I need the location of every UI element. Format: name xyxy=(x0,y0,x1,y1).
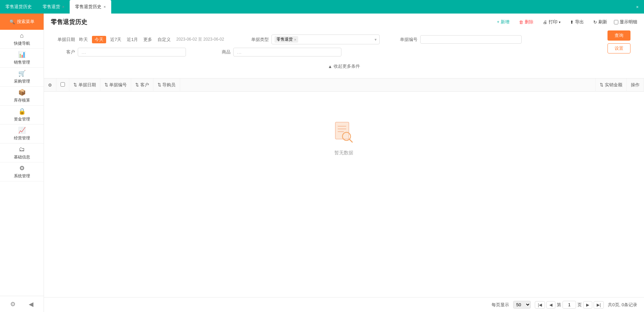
tab-return-history[interactable]: 零售退货历史 × xyxy=(70,0,111,14)
last-page-button[interactable]: ▶| xyxy=(594,301,604,309)
doc-type-tag-remove[interactable]: × xyxy=(294,38,296,42)
sidebar-item-label: 经营管理 xyxy=(14,135,30,141)
per-page-select[interactable]: 20 50 100 200 xyxy=(513,301,531,309)
th-guide[interactable]: ⇅ 导购员 xyxy=(153,79,180,92)
page-header: 零售退货历史 + 新增 🗑 删除 🖨 打印 ▾ ⬆ 导出 xyxy=(44,14,644,79)
export-label: 导出 xyxy=(575,19,584,25)
toolbar: + 新增 🗑 删除 🖨 打印 ▾ ⬆ 导出 ↻ xyxy=(494,18,637,26)
page-title-row: 零售退货历史 + 新增 🗑 删除 🖨 打印 ▾ ⬆ 导出 xyxy=(51,18,637,26)
doc-number-input[interactable] xyxy=(420,35,522,44)
show-detail-input[interactable] xyxy=(614,20,618,24)
collapse-button[interactable]: ▲ 收起更多条件 xyxy=(328,61,360,71)
print-chevron-icon: ▾ xyxy=(559,20,560,24)
tab-return-history-close[interactable]: × xyxy=(103,5,105,9)
date-option-yesterday[interactable]: 昨天 xyxy=(78,36,89,43)
top-bar: 零售退货历史 零售退货 × 零售退货历史 × × xyxy=(0,0,644,14)
table-area: ⚙ ⇅ 单据日期 ⇅ 单据编号 ⇅ 客户 xyxy=(44,79,644,297)
prev-page-button[interactable]: ◀ xyxy=(546,301,555,309)
quick-nav-icon: ⌂ xyxy=(20,32,24,39)
doc-number-label: 单据编号 xyxy=(393,37,420,43)
empty-area: 暂无数据 xyxy=(44,92,644,183)
inventory-icon: 📦 xyxy=(18,89,26,96)
tab-home[interactable]: 零售退货历史 xyxy=(0,0,37,14)
filter-row-2: 客户 ... 商品 ... xyxy=(51,48,637,57)
basic-info-icon: 🗂 xyxy=(19,146,25,153)
sidebar-item-label: 快捷导航 xyxy=(14,41,30,46)
sidebar-item-basic-info[interactable]: 🗂 基础信息 xyxy=(0,143,44,162)
add-button[interactable]: + 新增 xyxy=(494,18,512,26)
sidebar-item-purchase-mgmt[interactable]: 🛒 采购管理 xyxy=(0,68,44,87)
print-label: 打印 xyxy=(549,19,557,25)
sidebar-item-finance[interactable]: 🔒 资金管理 xyxy=(0,106,44,125)
th-date-label: ⇅ 单据日期 xyxy=(73,82,96,87)
th-settings[interactable]: ⚙ xyxy=(44,79,56,92)
th-date[interactable]: ⇅ 单据日期 xyxy=(69,79,100,92)
select-all-checkbox[interactable] xyxy=(61,82,65,87)
customer-filter-label: 客户 xyxy=(51,49,78,55)
sidebar-search-label: 搜索菜单 xyxy=(17,19,34,25)
print-button[interactable]: 🖨 打印 ▾ xyxy=(540,18,563,26)
refresh-icon: ↻ xyxy=(593,20,597,25)
total-records: 共0页, 0条记录 xyxy=(608,302,637,308)
collapse-sidebar-icon[interactable]: ◀ xyxy=(29,300,33,308)
th-action-label: 操作 xyxy=(631,82,640,87)
export-button[interactable]: ⬆ 导出 xyxy=(567,18,587,26)
customer-dots: ... xyxy=(81,49,86,55)
pagination-bar: 每页显示 20 50 100 200 |◀ ◀ 第 页 ▶ ▶| 共0页, 0条… xyxy=(44,297,644,312)
date-option-7days[interactable]: 近7天 xyxy=(109,36,123,43)
sales-mgmt-icon: 📊 xyxy=(18,51,26,58)
th-number-label: ⇅ 单据编号 xyxy=(104,82,127,87)
sidebar-item-inventory[interactable]: 📦 库存核算 xyxy=(0,87,44,106)
th-number[interactable]: ⇅ 单据编号 xyxy=(100,79,131,92)
delete-label: 删除 xyxy=(525,19,533,25)
sidebar-item-operations[interactable]: 📈 经营管理 xyxy=(0,125,44,143)
query-button[interactable]: 查询 xyxy=(607,30,630,41)
date-filter-label: 单据日期 xyxy=(51,37,78,43)
tab-return-close[interactable]: × xyxy=(62,5,64,9)
current-page-input[interactable] xyxy=(563,301,576,309)
top-bar-close[interactable]: × xyxy=(636,4,644,9)
settings-button[interactable]: 设置 xyxy=(607,43,630,53)
delete-button[interactable]: 🗑 删除 xyxy=(516,18,536,26)
settings-bottom-icon[interactable]: ⚙ xyxy=(10,300,16,308)
sidebar-item-label: 基础信息 xyxy=(14,154,30,160)
finance-icon: 🔒 xyxy=(18,108,26,115)
purchase-mgmt-icon: 🛒 xyxy=(18,70,26,77)
goods-dots: ... xyxy=(237,49,241,55)
page-label: 第 xyxy=(557,302,561,308)
date-option-today[interactable]: 今天 xyxy=(92,36,106,43)
th-customer[interactable]: ⇅ 客户 xyxy=(131,79,153,92)
tab-return[interactable]: 零售退货 × xyxy=(37,0,70,14)
table-settings-icon[interactable]: ⚙ xyxy=(48,83,52,88)
th-action: 操作 xyxy=(627,79,644,92)
th-guide-label: ⇅ 导购员 xyxy=(158,82,176,87)
empty-row: 暂无数据 xyxy=(44,92,644,183)
sidebar-item-label: 库存核算 xyxy=(14,97,30,103)
first-page-button[interactable]: |◀ xyxy=(535,301,545,309)
date-range-display: 2023-06-02 至 2023-06-02 xyxy=(176,37,224,42)
sidebar-item-label: 系统管理 xyxy=(14,173,30,179)
date-option-more[interactable]: 更多 xyxy=(142,36,153,43)
customer-input[interactable]: ... xyxy=(78,48,186,57)
th-checkbox[interactable] xyxy=(56,79,69,92)
tab-return-history-label: 零售退货历史 xyxy=(75,4,101,10)
next-page-button[interactable]: ▶ xyxy=(583,301,592,309)
show-detail-checkbox[interactable]: 显示明细 xyxy=(614,19,637,25)
goods-input[interactable]: ... xyxy=(233,48,341,57)
sidebar-search[interactable]: 🔍 搜索菜单 xyxy=(0,14,44,30)
sidebar-item-system[interactable]: ⚙ 系统管理 xyxy=(0,162,44,181)
th-customer-label: ⇅ 客户 xyxy=(135,82,149,87)
th-amount[interactable]: ⇅ 实销金额 xyxy=(596,79,627,92)
sidebar-item-sales-mgmt[interactable]: 📊 销售管理 xyxy=(0,49,44,68)
collapse-icon: ▲ xyxy=(328,64,332,69)
tab-home-label: 零售退货历史 xyxy=(5,4,32,10)
date-option-custom[interactable]: 自定义 xyxy=(156,36,172,43)
collapse-label: 收起更多条件 xyxy=(334,63,360,69)
refresh-button[interactable]: ↻ 刷新 xyxy=(591,18,610,26)
page-nav: |◀ ◀ 第 页 ▶ ▶| xyxy=(535,301,604,309)
doc-type-select[interactable]: 零售退货 × ▾ xyxy=(271,35,380,44)
sidebar-item-quick-nav[interactable]: ⌂ 快捷导航 xyxy=(0,30,44,49)
sidebar: 🔍 搜索菜单 ⌂ 快捷导航 📊 销售管理 🛒 采购管理 📦 库存核算 🔒 资金管… xyxy=(0,14,44,312)
date-option-1month[interactable]: 近1月 xyxy=(125,36,139,43)
delete-icon: 🗑 xyxy=(519,20,523,25)
